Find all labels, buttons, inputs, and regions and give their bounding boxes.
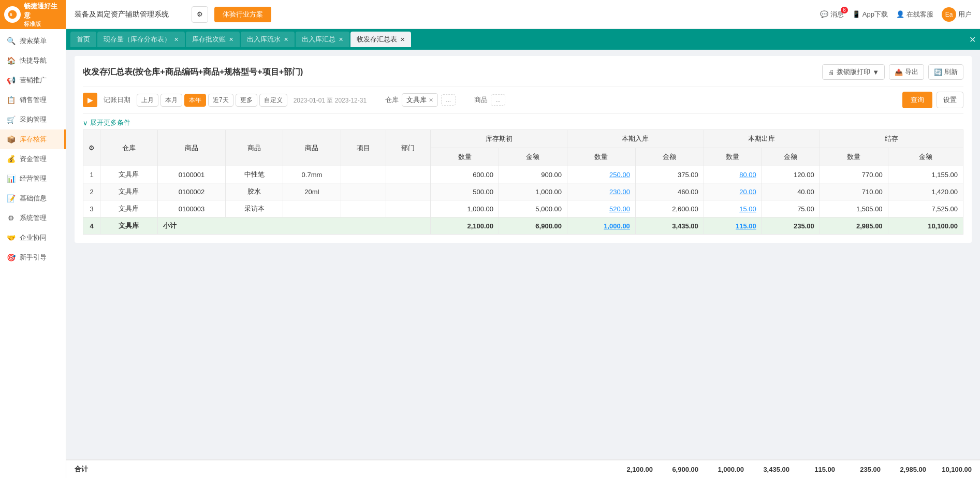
row-goods-code: 0100001 [157, 166, 226, 183]
row-closing-qty: 1,505.00 [820, 200, 888, 218]
trial-button[interactable]: 体验行业方案 [214, 7, 271, 22]
warehouse-tag-close[interactable]: ✕ [429, 97, 433, 104]
tab-flow[interactable]: 出入库流水 ✕ [241, 32, 295, 47]
export-button[interactable]: 📤 导出 [889, 64, 924, 80]
row-in-qty[interactable]: 230.00 [567, 183, 635, 200]
sidebar-item-cooperation[interactable]: 🤝 企业协同 [0, 228, 66, 248]
row-warehouse: 文具库 [100, 200, 158, 218]
subtotal-opening-qty: 2,100.00 [431, 218, 499, 235]
col-goods-spec-header: 商品 [283, 130, 341, 166]
purchase-icon: 🛒 [6, 115, 16, 124]
col-project-header: 项目 [341, 130, 386, 166]
col-department-header: 部门 [386, 130, 431, 166]
row-project [341, 183, 386, 200]
subtotal-opening-amt: 6,900.00 [499, 218, 567, 235]
date-btn-custom[interactable]: 自定义 [259, 94, 287, 107]
row-out-qty[interactable]: 15.00 [704, 200, 762, 218]
sidebar-item-operations[interactable]: 📊 经营管理 [0, 169, 66, 189]
tab-close-inventory-dist[interactable]: ✕ [174, 36, 179, 43]
filter-expand-button[interactable]: ▶ [83, 93, 97, 107]
tab-close-inout-summary[interactable]: ✕ [339, 36, 343, 43]
sidebar-item-quick-nav[interactable]: 🏠 快捷导航 [0, 51, 66, 70]
refresh-button[interactable]: 🔄 刷新 [928, 64, 963, 80]
tab-stock-summary[interactable]: 收发存汇总表 ✕ [350, 32, 411, 47]
date-btn-last-month[interactable]: 上月 [137, 94, 158, 107]
sidebar-item-finance[interactable]: 💰 资金管理 [0, 149, 66, 169]
table-row: 1 文具库 0100001 中性笔 0.7mm 600.00 900.00 25… [83, 166, 963, 183]
date-btn-more[interactable]: 更多 [236, 94, 257, 107]
gear-button[interactable]: ⚙ [192, 6, 208, 23]
tab-inout-summary[interactable]: 出入库汇总 ✕ [296, 32, 349, 47]
sidebar-item-system[interactable]: ⚙ 系统管理 [0, 208, 66, 228]
close-all-tabs[interactable]: ✕ [969, 35, 976, 45]
online-service-action[interactable]: 👤 在线客服 [896, 10, 933, 19]
sidebar-item-inventory[interactable]: 📦 库存核算 [0, 129, 66, 149]
row-index: 1 [83, 166, 100, 183]
table-row: 2 文具库 0100002 胶水 20ml 500.00 1,000.00 23… [83, 183, 963, 200]
sidebar-item-purchase[interactable]: 🛒 采购管理 [0, 110, 66, 129]
date-label: 记账日期 [104, 95, 130, 105]
tab-home[interactable]: 首页 [70, 32, 96, 47]
svg-text:6: 6 [10, 12, 12, 17]
sidebar-item-search[interactable]: 🔍 搜索菜单 [0, 31, 66, 51]
col-opening-header: 库存期初 [431, 130, 567, 148]
row-in-qty[interactable]: 250.00 [567, 166, 635, 183]
row-in-amt: 375.00 [635, 166, 704, 183]
row-warehouse: 文具库 [100, 183, 158, 200]
tab-inventory-dist[interactable]: 现存量（库存分布表） ✕ [97, 32, 185, 47]
row-goods-spec [283, 200, 341, 218]
row-project [341, 200, 386, 218]
main-area: 装备及固定资产辅助管理系统 ⚙ 体验行业方案 💬 消息 6 📱 App下载 👤 … [66, 0, 980, 478]
row-project [341, 166, 386, 183]
logo-text: 畅捷通好生意 标准版 [24, 2, 62, 28]
tab-close-flow[interactable]: ✕ [284, 36, 288, 43]
row-department [386, 183, 431, 200]
row-goods-spec: 0.7mm [283, 166, 341, 183]
date-btn-this-year[interactable]: 本年 [184, 94, 206, 107]
sidebar-item-marketing[interactable]: 📢 营销推广 [0, 70, 66, 90]
sidebar-item-sales[interactable]: 📋 销售管理 [0, 90, 66, 110]
row-index: 3 [83, 200, 100, 218]
total-closing-qty: 2,985.00 [885, 466, 926, 473]
date-btn-7days[interactable]: 近7天 [208, 94, 233, 107]
app-download-action[interactable]: 📱 App下载 [852, 10, 888, 19]
row-goods-name: 中性笔 [226, 166, 283, 183]
row-out-qty[interactable]: 20.00 [704, 183, 762, 200]
subtotal-out-qty[interactable]: 115.00 [704, 218, 762, 235]
goods-more-button[interactable]: ... [491, 94, 505, 106]
warehouse-more-button[interactable]: ... [441, 94, 456, 106]
marketing-icon: 📢 [6, 76, 16, 84]
col-settings-header[interactable]: ⚙ [83, 130, 100, 166]
subtotal-closing-qty: 2,985.00 [820, 218, 888, 235]
subtotal-in-qty[interactable]: 1,000.00 [567, 218, 635, 235]
user-action[interactable]: Ea 用户 [942, 7, 972, 22]
row-out-amt: 120.00 [762, 166, 820, 183]
subtotal-row: 4 文具库 小计 2,100.00 6,900.00 1,000.00 3,43… [83, 218, 963, 235]
sidebar-logo: 6 畅捷通好生意 标准版 [0, 0, 66, 29]
col-in-header: 本期入库 [567, 130, 704, 148]
subtotal-label: 小计 [157, 218, 431, 235]
sidebar-item-guide[interactable]: 🎯 新手引导 [0, 248, 66, 267]
col-closing-header: 结存 [820, 130, 963, 148]
row-out-amt: 75.00 [762, 200, 820, 218]
sidebar-item-basic-info[interactable]: 📝 基础信息 [0, 189, 66, 208]
tab-close-batch[interactable]: ✕ [229, 36, 233, 43]
filter-settings-button[interactable]: 设置 [937, 92, 963, 108]
print-button[interactable]: 🖨 拨锁版打印 ▼ [822, 64, 885, 80]
tab-close-stock-summary[interactable]: ✕ [400, 36, 405, 43]
tab-batch[interactable]: 库存批次账 ✕ [186, 32, 240, 47]
total-opening-amt: 6,900.00 [657, 466, 698, 473]
row-closing-amt: 7,525.00 [888, 200, 963, 218]
date-range-buttons: 上月 本月 本年 近7天 更多 自定义 [137, 94, 287, 107]
row-out-amt: 40.00 [762, 183, 820, 200]
search-icon: 🔍 [6, 37, 16, 45]
row-in-qty[interactable]: 520.00 [567, 200, 635, 218]
col-opening-amt-header: 金额 [499, 148, 567, 166]
expand-conditions[interactable]: ∨ 展开更多条件 [83, 118, 963, 127]
row-out-qty[interactable]: 80.00 [704, 166, 762, 183]
message-action[interactable]: 💬 消息 6 [820, 10, 844, 19]
query-button[interactable]: 查询 [902, 92, 932, 108]
date-btn-this-month[interactable]: 本月 [160, 94, 182, 107]
message-icon: 💬 [820, 10, 828, 18]
title-actions: 🖨 拨锁版打印 ▼ 📤 导出 🔄 刷新 [822, 64, 963, 80]
